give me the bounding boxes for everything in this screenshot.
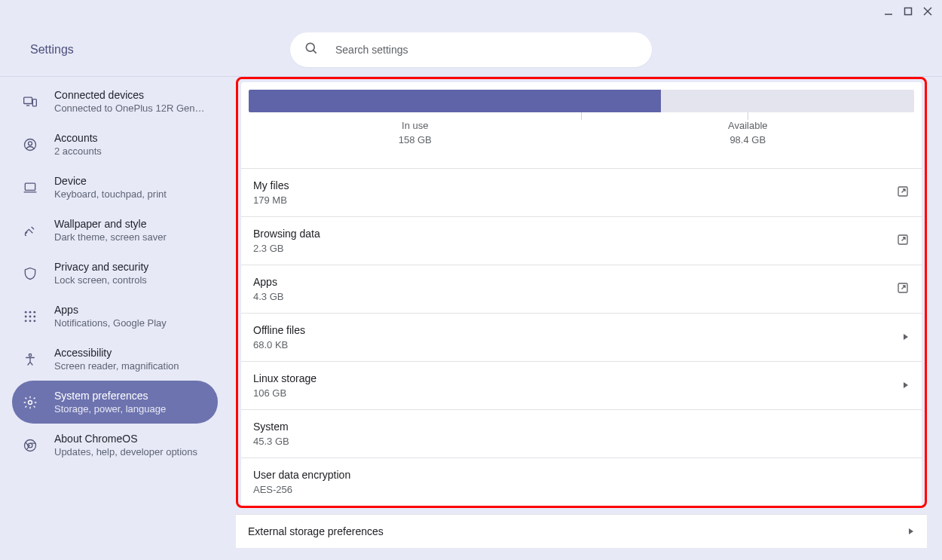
chevron-right-icon bbox=[902, 380, 910, 391]
content-area: In use 158 GB Available 98.4 GB My files… bbox=[230, 77, 942, 560]
storage-row-value: 45.3 GB bbox=[253, 436, 289, 447]
storage-row-offline-files[interactable]: Offline files 68.0 KB bbox=[241, 313, 922, 361]
window-close-button[interactable] bbox=[918, 2, 937, 21]
gear-icon bbox=[21, 393, 39, 412]
storage-card: In use 158 GB Available 98.4 GB My files… bbox=[241, 82, 922, 506]
shield-icon bbox=[21, 265, 39, 283]
laptop-icon bbox=[21, 179, 39, 197]
svg-rect-8 bbox=[32, 99, 36, 106]
sidebar-item-about-chromeos[interactable]: About ChromeOS Updates, help, developer … bbox=[12, 424, 218, 467]
storage-in-use-value: 158 GB bbox=[249, 134, 582, 145]
sidebar-item-sub: 2 accounts bbox=[54, 145, 102, 157]
app-title: Settings bbox=[30, 43, 74, 57]
svg-point-17 bbox=[29, 315, 32, 317]
svg-marker-30 bbox=[904, 382, 908, 388]
svg-marker-29 bbox=[904, 334, 908, 340]
sidebar-item-sub: Dark theme, screen saver bbox=[54, 231, 167, 243]
sidebar-item-label: Privacy and security bbox=[54, 261, 148, 273]
chevron-right-icon bbox=[902, 332, 910, 343]
svg-point-18 bbox=[33, 315, 35, 317]
sidebar-item-label: Accessibility bbox=[54, 347, 179, 359]
sidebar-item-apps[interactable]: Apps Notifications, Google Play bbox=[12, 295, 218, 338]
storage-row-apps[interactable]: Apps 4.3 GB bbox=[241, 265, 922, 313]
storage-usage-bar-used bbox=[249, 90, 661, 112]
storage-row-value: 68.0 KB bbox=[253, 339, 305, 350]
storage-usage-bar bbox=[249, 90, 914, 112]
open-external-icon bbox=[896, 233, 910, 249]
sidebar-item-sub: Storage, power, language bbox=[54, 403, 166, 415]
sidebar-item-label: Apps bbox=[54, 304, 167, 316]
storage-in-use-label: In use bbox=[249, 120, 582, 131]
sidebar-item-sub: Updates, help, developer options bbox=[54, 446, 197, 457]
storage-available-value: 98.4 GB bbox=[582, 134, 915, 145]
sidebar-item-sub: Lock screen, controls bbox=[54, 274, 148, 286]
svg-point-4 bbox=[306, 43, 314, 51]
storage-row-label: My files bbox=[253, 179, 289, 191]
sidebar-item-privacy[interactable]: Privacy and security Lock screen, contro… bbox=[12, 252, 218, 295]
account-icon bbox=[21, 136, 39, 154]
svg-point-16 bbox=[25, 315, 27, 317]
svg-point-15 bbox=[33, 311, 35, 313]
sidebar-item-device[interactable]: Device Keyboard, touchpad, print bbox=[12, 166, 218, 209]
sidebar-item-sub: Connected to OnePlus 12R Gens… bbox=[54, 103, 209, 114]
storage-row-linux-storage[interactable]: Linux storage 106 GB bbox=[241, 361, 922, 409]
storage-available-label: Available bbox=[582, 120, 915, 131]
window-minimize-button[interactable] bbox=[879, 2, 898, 21]
storage-row-system: System 45.3 GB bbox=[241, 409, 922, 457]
search-container[interactable] bbox=[290, 32, 652, 67]
accessibility-icon bbox=[21, 350, 39, 369]
sidebar-item-label: Device bbox=[54, 175, 167, 187]
open-external-icon bbox=[896, 281, 910, 297]
app-header: Settings bbox=[0, 23, 942, 77]
sidebar-item-label: About ChromeOS bbox=[54, 433, 197, 445]
storage-row-label: Offline files bbox=[253, 324, 305, 336]
storage-row-label: Browsing data bbox=[253, 228, 320, 240]
storage-row-label: System bbox=[253, 421, 289, 433]
sidebar-item-sub: Notifications, Google Play bbox=[54, 317, 167, 329]
storage-row-browsing-data[interactable]: Browsing data 2.3 GB bbox=[241, 216, 922, 265]
chrome-icon bbox=[21, 436, 39, 454]
storage-row-external-preferences[interactable]: External storage preferences bbox=[236, 514, 927, 548]
search-input[interactable] bbox=[334, 43, 638, 57]
sidebar-item-accessibility[interactable]: Accessibility Screen reader, magnificati… bbox=[12, 338, 218, 381]
sidebar-item-connected-devices[interactable]: Connected devices Connected to OnePlus 1… bbox=[12, 80, 218, 123]
svg-point-20 bbox=[29, 320, 32, 322]
svg-point-22 bbox=[29, 353, 31, 356]
devices-icon bbox=[21, 93, 39, 111]
storage-row-value: 106 GB bbox=[253, 387, 317, 399]
sidebar-item-label: Accounts bbox=[54, 132, 102, 144]
storage-row-my-files[interactable]: My files 179 MB bbox=[241, 168, 922, 216]
sidebar-item-label: Wallpaper and style bbox=[54, 218, 167, 230]
chevron-right-icon bbox=[907, 526, 915, 537]
storage-row-value: AES-256 bbox=[253, 484, 350, 495]
sidebar-item-sub: Keyboard, touchpad, print bbox=[54, 188, 167, 200]
svg-point-19 bbox=[25, 320, 27, 322]
svg-point-23 bbox=[29, 400, 32, 404]
svg-point-24 bbox=[25, 439, 36, 451]
svg-point-13 bbox=[25, 311, 27, 313]
storage-row-value: 179 MB bbox=[253, 194, 289, 206]
svg-rect-1 bbox=[905, 8, 912, 15]
storage-row-encryption: User data encryption AES-256 bbox=[241, 457, 922, 506]
window-titlebar bbox=[0, 0, 942, 23]
svg-line-5 bbox=[313, 50, 317, 54]
storage-row-label: User data encryption bbox=[253, 469, 350, 481]
svg-rect-6 bbox=[24, 97, 32, 103]
storage-row-label: Apps bbox=[253, 276, 283, 288]
sidebar-item-label: System preferences bbox=[54, 390, 166, 402]
open-external-icon bbox=[896, 185, 910, 200]
sidebar-item-wallpaper[interactable]: Wallpaper and style Dark theme, screen s… bbox=[12, 209, 218, 252]
sidebar-item-accounts[interactable]: Accounts 2 accounts bbox=[12, 123, 218, 166]
svg-rect-11 bbox=[25, 183, 35, 190]
svg-marker-31 bbox=[909, 528, 913, 534]
apps-icon bbox=[21, 308, 39, 326]
sidebar-item-sub: Screen reader, magnification bbox=[54, 360, 179, 372]
storage-row-value: 4.3 GB bbox=[253, 291, 283, 302]
svg-point-14 bbox=[29, 311, 32, 313]
storage-row-label: External storage preferences bbox=[248, 525, 384, 537]
brush-icon bbox=[21, 222, 39, 240]
window-maximize-button[interactable] bbox=[898, 2, 918, 21]
svg-point-21 bbox=[33, 320, 35, 322]
sidebar-item-system-preferences[interactable]: System preferences Storage, power, langu… bbox=[12, 381, 218, 424]
sidebar: Connected devices Connected to OnePlus 1… bbox=[0, 77, 230, 560]
